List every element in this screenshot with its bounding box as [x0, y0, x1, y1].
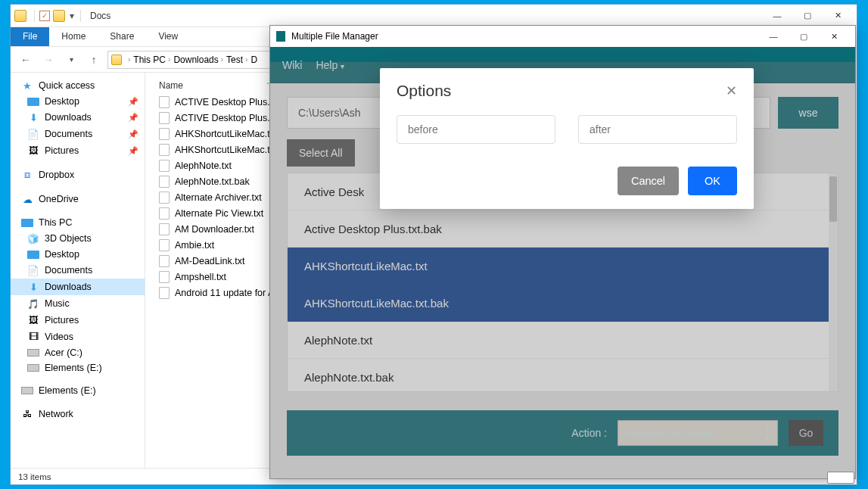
file-name: ACTIVE Desktop Plus.txt	[175, 97, 280, 107]
close-button[interactable]: ✕	[823, 5, 853, 26]
pin-icon: 📌	[128, 146, 138, 156]
nav-3d-objects[interactable]: 🧊3D Objects	[11, 230, 145, 247]
before-input[interactable]	[397, 115, 555, 144]
nav-downloads[interactable]: ⬇Downloads	[11, 279, 145, 295]
pin-icon: 📌	[128, 129, 138, 139]
taskbar-widget[interactable]	[827, 472, 854, 484]
drive-icon	[21, 387, 33, 394]
star-icon: ★	[21, 79, 33, 92]
text-file-icon	[159, 207, 170, 220]
tab-view[interactable]: View	[146, 27, 190, 46]
text-file-icon	[159, 128, 170, 140]
forward-button[interactable]: →	[39, 51, 58, 69]
mfm-titlebar: Multiple File Manager — ▢ ✕	[270, 26, 855, 47]
minimize-button[interactable]: —	[762, 5, 792, 26]
nav-dropbox[interactable]: ⧈Dropbox	[11, 167, 145, 183]
tab-file[interactable]: File	[11, 27, 49, 46]
nav-pictures[interactable]: 🖼Pictures📌	[11, 142, 145, 159]
desktop-icon	[27, 98, 39, 106]
folder-icon[interactable]	[53, 10, 65, 22]
text-file-icon	[159, 176, 170, 188]
modal-title: Options	[397, 82, 451, 100]
window-title: Docs	[90, 11, 110, 21]
text-file-icon	[159, 223, 170, 235]
document-icon: 📄	[27, 128, 39, 140]
music-icon: 🎵	[27, 297, 39, 310]
explorer-titlebar: ✓ ▾ Docs — ▢ ✕	[11, 5, 857, 27]
nav-documents[interactable]: 📄Documents📌	[11, 126, 145, 142]
tab-share[interactable]: Share	[98, 27, 146, 46]
file-name: Ampshell.txt	[175, 272, 226, 282]
text-file-icon	[159, 192, 170, 204]
folder-icon	[14, 10, 26, 22]
nav-videos[interactable]: 🎞Videos	[11, 329, 145, 345]
desktop-icon	[27, 251, 39, 259]
video-icon: 🎞	[27, 331, 39, 343]
file-name: Alternate Pic View.txt	[175, 208, 263, 219]
maximize-button[interactable]: ▢	[789, 26, 819, 47]
app-icon	[276, 31, 285, 42]
download-icon: ⬇	[27, 111, 39, 123]
nav-this-pc[interactable]: This PC	[11, 215, 145, 230]
text-file-icon	[159, 96, 170, 108]
status-text: 13 items	[18, 472, 51, 481]
text-file-icon	[159, 271, 170, 283]
recent-dropdown[interactable]: ▾	[62, 51, 80, 69]
breadcrumb-segment[interactable]: This PC›	[133, 55, 170, 65]
tab-home[interactable]: Home	[49, 27, 98, 46]
options-modal: Options ✕ Cancel OK	[380, 68, 754, 209]
file-name: AM Downloader.txt	[175, 224, 254, 235]
mfm-window: Multiple File Manager — ▢ ✕ Wiki Help ▾ …	[269, 25, 856, 479]
navigation-pane: ★Quick access Desktop📌 ⬇Downloads📌 📄Docu…	[11, 73, 145, 468]
modal-close-button[interactable]: ✕	[726, 83, 737, 99]
cloud-icon: ☁	[21, 193, 33, 205]
breadcrumb-segment[interactable]: Downloads›	[173, 55, 223, 65]
chevron-right-icon: ›	[128, 55, 130, 64]
nav-downloads[interactable]: ⬇Downloads📌	[11, 109, 145, 126]
document-icon: 📄	[27, 264, 39, 276]
back-button[interactable]: ←	[17, 51, 35, 69]
nav-elements[interactable]: Elements (E:)	[11, 383, 145, 398]
file-name: AM-DeadLink.txt	[175, 256, 244, 266]
nav-pictures[interactable]: 🖼Pictures	[11, 312, 145, 329]
file-name: Ambie.txt	[175, 240, 214, 251]
nav-onedrive[interactable]: ☁OneDrive	[11, 191, 145, 207]
after-input[interactable]	[578, 115, 737, 144]
file-name: Alternate Archiver.txt	[175, 192, 262, 203]
network-icon: 🖧	[21, 408, 33, 420]
pin-icon: 📌	[128, 97, 138, 107]
nav-desktop[interactable]: Desktop📌	[11, 94, 145, 109]
qat-properties-icon[interactable]: ✓	[39, 11, 50, 21]
text-file-icon	[159, 255, 170, 267]
folder-icon	[111, 55, 122, 65]
file-name: AHKShortcutLikeMac.txt	[175, 129, 277, 139]
nav-drive-e[interactable]: Elements (E:)	[11, 360, 145, 375]
up-button[interactable]: ↑	[85, 51, 103, 69]
nav-documents[interactable]: 📄Documents	[11, 262, 145, 279]
maximize-button[interactable]: ▢	[792, 5, 823, 26]
text-file-icon	[159, 287, 170, 299]
text-file-icon	[159, 239, 170, 251]
cancel-button[interactable]: Cancel	[618, 167, 679, 195]
nav-network[interactable]: 🖧Network	[11, 406, 145, 422]
dropbox-icon: ⧈	[21, 169, 33, 181]
nav-quick-access[interactable]: ★Quick access	[11, 77, 145, 94]
breadcrumb-segment[interactable]: Test›	[226, 55, 247, 65]
text-file-icon	[159, 112, 170, 124]
download-icon: ⬇	[27, 281, 39, 293]
pictures-icon: 🖼	[27, 314, 39, 326]
nav-music[interactable]: 🎵Music	[11, 295, 145, 312]
pin-icon: 📌	[128, 113, 138, 123]
ok-button[interactable]: OK	[688, 167, 737, 195]
minimize-button[interactable]: —	[758, 26, 789, 47]
breadcrumb-segment[interactable]: D	[250, 55, 257, 65]
file-name: AlephNote.txt	[175, 160, 232, 171]
text-file-icon	[159, 160, 170, 172]
drive-icon	[27, 364, 39, 372]
close-button[interactable]: ✕	[819, 26, 849, 47]
nav-drive-c[interactable]: Acer (C:)	[11, 345, 145, 360]
text-file-icon	[159, 144, 170, 156]
file-name: AlephNote.txt.bak	[175, 176, 250, 187]
nav-desktop[interactable]: Desktop	[11, 247, 145, 262]
cube-icon: 🧊	[27, 232, 39, 244]
